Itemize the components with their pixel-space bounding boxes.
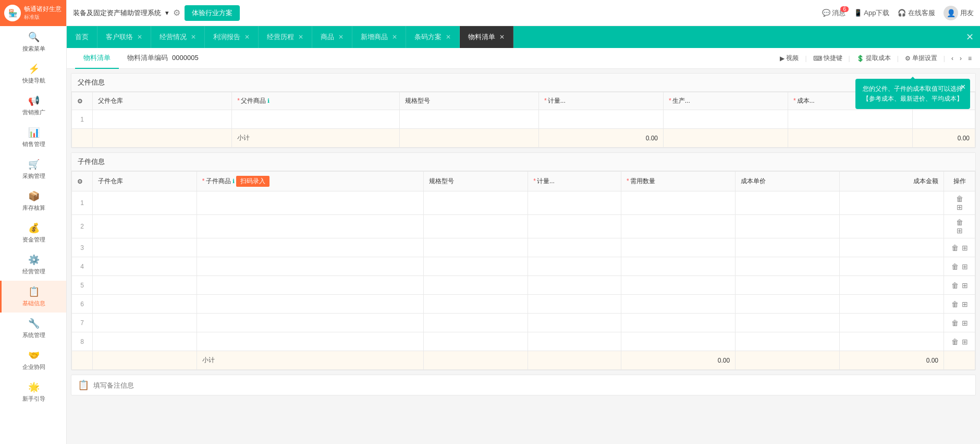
child-col-settings[interactable]: ⚙ xyxy=(72,172,93,191)
child-row-1-unit[interactable] xyxy=(528,191,621,215)
parent-row-1-cost[interactable] xyxy=(788,110,913,129)
child-row-2-unit[interactable] xyxy=(528,215,621,238)
tab-close-history[interactable]: ✕ xyxy=(298,33,303,41)
tab-close-barcode[interactable]: ✕ xyxy=(446,33,451,41)
tab-close-operations[interactable]: ✕ xyxy=(191,33,196,41)
action-nav-prev[interactable]: ‹ xyxy=(951,55,953,62)
child-row-1-amount[interactable] xyxy=(840,191,944,215)
delete-row-2-btn[interactable]: 🗑 xyxy=(956,218,963,226)
delete-row-6-btn[interactable]: 🗑 xyxy=(951,300,959,308)
tab-barcode[interactable]: 条码方案 ✕ xyxy=(406,26,460,48)
child-row-2-quantity[interactable] xyxy=(621,215,735,238)
child-row-2-warehouse[interactable] xyxy=(93,215,197,238)
tooltip-close-btn[interactable]: ✕ xyxy=(960,82,966,93)
delete-row-8-btn[interactable]: 🗑 xyxy=(951,338,959,346)
tab-close-profit[interactable]: ✕ xyxy=(244,33,250,41)
action-list-view[interactable]: ≡ xyxy=(968,55,972,62)
sidebar-item-finance[interactable]: 💰 资金管理 xyxy=(0,217,66,249)
child-row-4: 4 🗑⊞ xyxy=(72,257,975,276)
child-row-1: 1 🗑 ⊞ xyxy=(72,191,975,215)
copy-row-3-btn[interactable]: ⊞ xyxy=(962,244,968,252)
delete-row-5-btn[interactable]: 🗑 xyxy=(951,281,959,290)
tab-customers[interactable]: 客户联络 ✕ xyxy=(97,26,151,48)
parent-row-1-product[interactable] xyxy=(232,110,400,129)
messages-btn[interactable]: 💬 消息 6 xyxy=(822,8,846,18)
sidebar-item-inventory[interactable]: 📦 库存核算 xyxy=(0,185,66,217)
tab-operations[interactable]: 经营情况 ✕ xyxy=(151,26,205,48)
sub-tab-bom-list[interactable]: 物料清单 xyxy=(75,48,119,69)
app-download-btn[interactable]: 📱 App下载 xyxy=(854,8,889,18)
tooltip-text: 您的父件、子件的成本取值可以选择【参考成本、最新进价、平均成本】 xyxy=(863,85,963,102)
child-row-1-quantity[interactable] xyxy=(621,191,735,215)
sidebar-item-search[interactable]: 🔍 搜索菜单 xyxy=(0,26,66,58)
child-row-1-unit-cost[interactable] xyxy=(736,191,840,215)
delete-row-7-btn[interactable]: 🗑 xyxy=(951,319,959,327)
sidebar-item-marketing[interactable]: 📢 营销推广 xyxy=(0,90,66,122)
parent-col-settings[interactable]: ⚙ xyxy=(72,92,93,110)
sidebar-item-purchase[interactable]: 🛒 采购管理 xyxy=(0,153,66,185)
sidebar-item-quick-nav[interactable]: ⚡ 快捷导航 xyxy=(0,58,66,90)
system-dropdown[interactable]: ▾ xyxy=(165,9,169,17)
sidebar-item-sales[interactable]: 📊 销售管理 xyxy=(0,122,66,153)
tab-new-goods[interactable]: 新增商品 ✕ xyxy=(352,26,406,48)
tab-bom[interactable]: 物料清单 ✕ xyxy=(460,26,513,48)
action-view[interactable]: ▶ 视频 xyxy=(780,54,799,63)
parent-row-1-spec[interactable] xyxy=(399,110,538,129)
parent-subtotal-row: 小计 0.00 0.00 xyxy=(72,129,975,148)
child-row-1-warehouse[interactable] xyxy=(93,191,197,215)
child-row-1-spec[interactable] xyxy=(424,191,528,215)
scan-button[interactable]: 扫码录入 xyxy=(236,176,270,187)
copy-row-5-btn[interactable]: ⊞ xyxy=(962,281,968,290)
tab-home[interactable]: 首页 xyxy=(67,26,97,48)
tab-history[interactable]: 经营历程 ✕ xyxy=(259,26,312,48)
action-cost[interactable]: 💲 提取成本 xyxy=(856,54,891,63)
copy-row-4-btn[interactable]: ⊞ xyxy=(962,262,968,271)
sidebar-item-system[interactable]: 🔧 系统管理 xyxy=(0,313,66,344)
copy-row-8-btn[interactable]: ⊞ xyxy=(962,338,968,346)
tab-profit[interactable]: 利润报告 ✕ xyxy=(205,26,259,48)
online-service-btn[interactable]: 🎧 在线客服 xyxy=(898,8,935,18)
sub-tab-bom-code[interactable]: 物料清单编码 0000005 xyxy=(119,48,207,69)
parent-row-1-warehouse[interactable] xyxy=(93,110,232,129)
sub-tabs: 物料清单 物料清单编码 0000005 ▶ 视频 | ⌨ 快捷键 | xyxy=(67,48,980,69)
tab-close-new-goods[interactable]: ✕ xyxy=(392,33,397,41)
child-row-2-product[interactable] xyxy=(197,215,424,238)
sidebar-item-enterprise[interactable]: 🤝 企业协同 xyxy=(0,344,66,376)
parent-row-1-amount[interactable] xyxy=(913,110,975,129)
sidebar-item-guide[interactable]: 🌟 新手引导 xyxy=(0,376,66,408)
copy-row-7-btn[interactable]: ⊞ xyxy=(962,319,968,327)
sidebar-item-operations[interactable]: ⚙️ 经营管理 xyxy=(0,249,66,281)
child-col-warehouse: 子件仓库 xyxy=(93,172,197,191)
delete-row-4-btn[interactable]: 🗑 xyxy=(951,262,959,271)
copy-row-6-btn[interactable]: ⊞ xyxy=(962,300,968,308)
copy-row-2-btn[interactable]: ⊞ xyxy=(957,226,963,235)
notes-icon: 📋 xyxy=(78,379,89,391)
notes-input[interactable] xyxy=(93,381,969,389)
gear-icon[interactable]: ⚙ xyxy=(173,8,180,18)
tab-close-bom[interactable]: ✕ xyxy=(499,33,505,41)
action-settings[interactable]: ⚙ 单据设置 xyxy=(905,54,937,63)
tab-goods[interactable]: 商品 ✕ xyxy=(312,26,352,48)
delete-row-3-btn[interactable]: 🗑 xyxy=(951,244,959,252)
copy-row-1-btn[interactable]: ⊞ xyxy=(957,203,963,211)
user-menu[interactable]: 👤 用友 xyxy=(944,6,974,20)
tab-close-goods[interactable]: ✕ xyxy=(338,33,344,41)
experience-btn[interactable]: 体验行业方案 xyxy=(185,5,240,21)
child-row-1-product[interactable] xyxy=(197,191,424,215)
nav-close-btn[interactable]: ✕ xyxy=(960,31,980,43)
child-row-2-amount[interactable] xyxy=(840,215,944,238)
delete-row-1-btn[interactable]: 🗑 xyxy=(956,195,963,203)
parent-row-1-unit[interactable] xyxy=(539,110,664,129)
child-row-2-spec[interactable] xyxy=(424,215,528,238)
child-col-unit: 计量... xyxy=(528,172,621,191)
parent-subtotal-amount: 0.00 xyxy=(913,129,975,148)
action-shortcut[interactable]: ⌨ 快捷键 xyxy=(813,54,842,63)
parent-row-1-produce[interactable] xyxy=(664,110,788,129)
bottom-bar: 📋 xyxy=(71,375,976,395)
sidebar-item-basic[interactable]: 📋 基础信息 xyxy=(0,281,66,313)
child-row-7: 7 🗑⊞ xyxy=(72,314,975,332)
parent-col-product: 父件商品 ℹ xyxy=(232,92,400,110)
action-nav-next[interactable]: › xyxy=(960,55,962,62)
tab-close-customers[interactable]: ✕ xyxy=(137,33,142,41)
child-row-2-unit-cost[interactable] xyxy=(736,215,840,238)
